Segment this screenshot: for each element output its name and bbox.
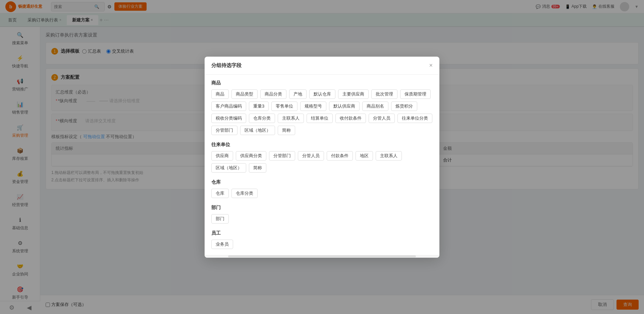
field-tag-origin[interactable]: 产地 xyxy=(289,89,307,99)
modal-header: 分组待选字段 × xyxy=(205,57,439,75)
field-tag-warehouse-cat[interactable]: 仓库分类 xyxy=(231,189,258,198)
field-tag-salesperson[interactable]: 业务员 xyxy=(211,240,233,249)
field-tag-payment-cond[interactable]: 付款条件 xyxy=(327,151,353,161)
field-tag-goods[interactable]: 商品 xyxy=(211,89,229,99)
field-group-partners-title: 往来单位 xyxy=(211,142,433,148)
field-tag-batch-mgmt[interactable]: 批次管理 xyxy=(371,89,397,99)
field-tag-partner-contact[interactable]: 主联系人 xyxy=(376,151,402,161)
field-tag-area[interactable]: 地区 xyxy=(356,151,373,161)
field-tag-partner-category[interactable]: 往来单位分类 xyxy=(397,114,432,123)
modal-title: 分组待选字段 xyxy=(211,62,241,69)
field-tag-weight3[interactable]: 重量3 xyxy=(249,102,269,111)
field-tags-staff: 业务员 xyxy=(211,240,433,249)
field-tag-refine-points[interactable]: 炼货积分 xyxy=(391,102,417,111)
field-group-department: 部门 部门 xyxy=(211,205,433,224)
field-tag-supplier-category[interactable]: 供应商分类 xyxy=(236,151,266,161)
field-tag-main-contact[interactable]: 主联系人 xyxy=(278,114,304,123)
field-group-department-title: 部门 xyxy=(211,205,433,211)
field-tag-warehouse[interactable]: 仓库 xyxy=(211,189,229,198)
modal-close-btn[interactable]: × xyxy=(429,62,433,69)
field-group-partners: 往来单位 供应商 供应商分类 分管部门 分管人员 付款条件 地区 主联系人 区域… xyxy=(211,142,433,173)
field-tag-region[interactable]: 区域（地区） xyxy=(240,126,275,135)
field-group-goods-title: 商品 xyxy=(211,80,433,86)
field-tag-customer-code[interactable]: 客户商品编码 xyxy=(211,102,246,111)
field-group-warehouse: 仓库 仓库 仓库分类 xyxy=(211,179,433,198)
field-tag-supervisor[interactable]: 分管人员 xyxy=(369,114,395,123)
field-group-goods: 商品 商品 商品类型 商品分类 产地 默认仓库 主要供应商 批次管理 保质期管理… xyxy=(211,80,433,135)
field-tag-department[interactable]: 部门 xyxy=(211,214,229,224)
field-tag-supplier[interactable]: 供应商 xyxy=(211,151,233,161)
field-tag-goods-alias[interactable]: 商品别名 xyxy=(362,102,388,111)
field-tag-partner-short[interactable]: 简称 xyxy=(249,163,266,173)
field-tag-default-warehouse[interactable]: 默认仓库 xyxy=(309,89,335,99)
field-tag-short-name[interactable]: 简称 xyxy=(278,126,295,135)
field-select-modal: 分组待选字段 × 商品 商品 商品类型 商品分类 产地 默认仓库 主要供应商 批… xyxy=(205,57,439,258)
field-tag-settlement-unit[interactable]: 结算单位 xyxy=(307,114,333,123)
field-tag-main-supplier[interactable]: 主要供应商 xyxy=(338,89,369,99)
modal-hscroll[interactable] xyxy=(205,255,439,258)
field-tags-warehouse: 仓库 仓库分类 xyxy=(211,189,433,198)
field-tag-spec-model[interactable]: 规格型号 xyxy=(300,102,326,111)
field-tag-partner-region[interactable]: 区域（地区） xyxy=(211,163,246,173)
field-tag-default-supplier[interactable]: 默认供应商 xyxy=(329,102,360,111)
modal-overlay[interactable]: 分组待选字段 × 商品 商品 商品类型 商品分类 产地 默认仓库 主要供应商 批… xyxy=(0,0,644,314)
field-tags-partners: 供应商 供应商分类 分管部门 分管人员 付款条件 地区 主联系人 区域（地区） … xyxy=(211,151,433,173)
field-tag-tax-code[interactable]: 税收分类编码 xyxy=(211,114,246,123)
field-tag-dept[interactable]: 分管部门 xyxy=(211,126,237,135)
field-tag-partner-dept[interactable]: 分管部门 xyxy=(269,151,295,161)
field-tag-partner-supervisor[interactable]: 分管人员 xyxy=(298,151,324,161)
field-tags-goods: 商品 商品类型 商品分类 产地 默认仓库 主要供应商 批次管理 保质期管理 客户… xyxy=(211,89,433,135)
modal-body[interactable]: 商品 商品 商品类型 商品分类 产地 默认仓库 主要供应商 批次管理 保质期管理… xyxy=(205,75,439,255)
field-group-warehouse-title: 仓库 xyxy=(211,179,433,185)
field-tags-department: 部门 xyxy=(211,214,433,224)
field-group-staff-title: 员工 xyxy=(211,230,433,236)
field-tag-goods-type[interactable]: 商品类型 xyxy=(231,89,258,99)
field-tag-warehouse-category[interactable]: 仓库分类 xyxy=(249,114,275,123)
field-tag-payment-terms[interactable]: 收付款条件 xyxy=(335,114,366,123)
field-tag-quality-mgmt[interactable]: 保质期管理 xyxy=(400,89,431,99)
modal-hscroll-thumb xyxy=(228,255,416,257)
field-group-staff: 员工 业务员 xyxy=(211,230,433,249)
field-tag-retail-unit[interactable]: 零售单位 xyxy=(271,102,298,111)
field-tag-goods-category[interactable]: 商品分类 xyxy=(260,89,286,99)
